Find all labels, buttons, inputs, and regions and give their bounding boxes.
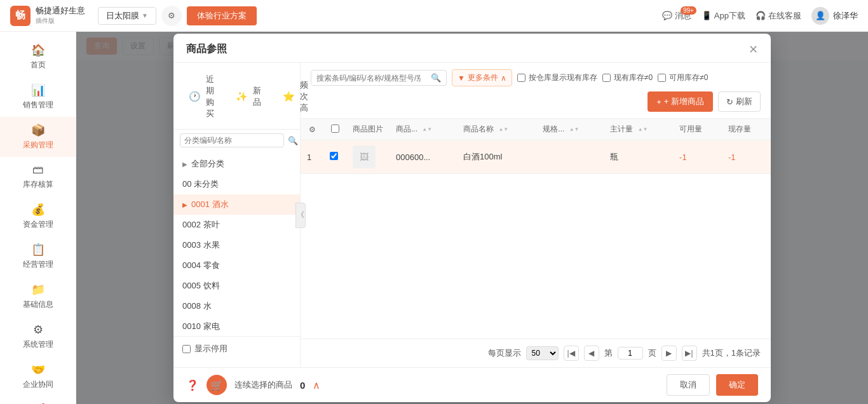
available-nonzero-filter[interactable]: 可用库存≠0 xyxy=(658,72,708,83)
logo-icon: 畅 xyxy=(10,6,31,26)
stock-nonzero-filter[interactable]: 现有库存≠0 xyxy=(602,72,653,83)
user-name: 徐泽华 xyxy=(833,10,858,22)
gear-settings-button[interactable]: ⚙ xyxy=(161,6,182,26)
warehouse-stock-checkbox[interactable] xyxy=(517,74,526,82)
search-submit-icon[interactable]: 🔍 xyxy=(426,71,446,85)
row-available: -1 xyxy=(673,140,722,174)
sidebar-item-新手引导[interactable]: 🚀新手引导 xyxy=(0,396,76,404)
cart-icon: 🛒 xyxy=(207,375,227,395)
quick-item-近期购买[interactable]: 🕐近期购买 xyxy=(180,69,223,124)
add-product-button[interactable]: + + 新增商品 xyxy=(648,91,713,112)
row-stock: -1 xyxy=(722,140,771,174)
sidebar-item-库存核算[interactable]: 🗃库存核算 xyxy=(0,157,76,196)
sidebar-item-经营管理[interactable]: 📋经营管理 xyxy=(0,236,76,276)
tenant-selector[interactable]: 日太阳膜 ▼ xyxy=(98,7,156,25)
sidebar-item-企业协同[interactable]: 🤝企业协同 xyxy=(0,356,76,396)
row-image: 🖼 xyxy=(346,140,390,174)
phone-icon: 📱 xyxy=(702,11,712,20)
online-service-button[interactable]: 🎧 在线客服 xyxy=(756,10,801,22)
th-available[interactable]: 可用量 xyxy=(673,119,722,140)
page-label: 第 xyxy=(604,347,613,359)
table-row[interactable]: 1 🖼 000600... 白酒100ml xyxy=(301,140,771,174)
online-service-label: 在线客服 xyxy=(768,10,801,22)
refresh-button[interactable]: ↻ 刷新 xyxy=(718,91,761,112)
quick-item-新品[interactable]: ✨新品 xyxy=(227,81,270,112)
next-page-button[interactable]: ▶ xyxy=(661,346,677,361)
per-page-select[interactable]: 50 100 200 xyxy=(526,346,559,360)
th-code[interactable]: 商品... ▲▼ xyxy=(390,119,457,140)
filter-arrow: ∧ xyxy=(501,74,506,83)
show-disabled-label[interactable]: 显示停用 xyxy=(182,343,291,354)
row-name: 白酒100ml xyxy=(457,140,536,174)
left-panel-top: 🕐近期购买✨新品⭐频次高 xyxy=(173,69,300,130)
warehouse-stock-filter[interactable]: 按仓库显示现有库存 xyxy=(517,72,597,83)
show-disabled-checkbox[interactable] xyxy=(182,345,191,353)
sidebar-item-资金管理[interactable]: 💰资金管理 xyxy=(0,196,76,236)
collapse-arrow-icon[interactable]: ∧ xyxy=(313,379,320,391)
messages-button[interactable]: 💬 消息 99+ xyxy=(662,10,691,22)
th-spec[interactable]: 规格... ▲▼ xyxy=(536,119,604,140)
select-all-checkbox[interactable] xyxy=(331,125,339,133)
th-image: 商品图片 xyxy=(346,119,390,140)
row-checkbox[interactable] xyxy=(323,140,346,174)
th-stock[interactable]: 现存量 xyxy=(722,119,771,140)
help-icon[interactable]: ❓ xyxy=(186,379,199,391)
modal-title: 商品参照 xyxy=(186,43,227,56)
more-filter-button[interactable]: ▼ 更多条件 ∧ xyxy=(452,69,512,86)
confirm-button[interactable]: 确定 xyxy=(716,374,758,396)
category-item[interactable]: 0002 茶叶 xyxy=(173,215,300,235)
th-select-all[interactable] xyxy=(323,119,346,140)
sidebar-item-采购管理[interactable]: 📦采购管理 xyxy=(0,117,76,157)
category-item[interactable]: 00 未分类 xyxy=(173,174,300,194)
right-panel: 🔍 ▼ 更多条件 ∧ 按仓库显示现有库存 xyxy=(301,63,771,367)
refresh-icon: ↻ xyxy=(726,97,733,107)
category-item[interactable]: 0003 水果 xyxy=(173,235,300,255)
category-item[interactable]: 0008 水 xyxy=(173,296,300,316)
sidebar-item-首页[interactable]: 🏠首页 xyxy=(0,37,76,77)
category-search-input[interactable] xyxy=(180,133,284,147)
logo-sub: 插件版 xyxy=(36,17,85,25)
message-icon: 💬 xyxy=(662,11,672,20)
app-download-button[interactable]: 📱 App下载 xyxy=(702,10,745,22)
category-item[interactable]: 0005 饮料 xyxy=(173,276,300,296)
last-page-button[interactable]: ▶| xyxy=(682,346,697,361)
th-unit[interactable]: 主计量 ▲▼ xyxy=(604,119,673,140)
category-item[interactable]: 0010 家电 xyxy=(173,316,300,336)
row-select-checkbox[interactable] xyxy=(330,152,338,160)
right-toolbar: 🔍 ▼ 更多条件 ∧ 按仓库显示现有库存 xyxy=(301,63,771,119)
product-table-container: ⚙ 商品图片 商品... xyxy=(301,119,771,339)
th-name[interactable]: 商品名称 ▲▼ xyxy=(457,119,536,140)
row-num: 1 xyxy=(301,140,323,174)
available-nonzero-checkbox[interactable] xyxy=(658,74,666,82)
collapse-toggle[interactable]: 《 xyxy=(295,203,306,228)
first-page-button[interactable]: |◀ xyxy=(564,346,579,361)
experience-button[interactable]: 体验行业方案 xyxy=(187,6,257,25)
page-number-input[interactable] xyxy=(618,347,643,360)
category-item[interactable]: ▶0001 酒水 xyxy=(173,194,300,215)
category-item[interactable]: 0004 零食 xyxy=(173,255,300,276)
app-download-label: App下载 xyxy=(714,10,745,22)
sidebar-item-系统管理[interactable]: ⚙系统管理 xyxy=(0,316,76,356)
continuous-label: 连续选择的商品 xyxy=(234,379,292,391)
category-item[interactable]: ▶全部分类 xyxy=(173,154,300,174)
sidebar-item-基础信息[interactable]: 📁基础信息 xyxy=(0,276,76,316)
user-area[interactable]: 👤 徐泽华 xyxy=(811,7,858,25)
prev-page-button[interactable]: ◀ xyxy=(584,346,599,361)
cancel-button[interactable]: 取消 xyxy=(667,374,710,396)
search-icon[interactable]: 🔍 xyxy=(288,136,298,145)
close-button[interactable]: ✕ xyxy=(749,44,758,55)
stock-nonzero-checkbox[interactable] xyxy=(602,74,611,82)
available-nonzero-label: 可用库存≠0 xyxy=(669,72,708,83)
tenant-name: 日太阳膜 xyxy=(106,10,139,22)
category-search: 🔍 xyxy=(173,130,300,151)
category-list: ▶全部分类00 未分类▶0001 酒水0002 茶叶0003 水果0004 零食… xyxy=(173,151,300,336)
show-disabled-text: 显示停用 xyxy=(194,343,227,354)
plus-icon: + xyxy=(656,97,661,107)
sidebar-item-销售管理[interactable]: 📊销售管理 xyxy=(0,77,76,117)
product-search-input[interactable] xyxy=(311,71,426,85)
continuous-count: 0 xyxy=(300,380,305,391)
th-settings[interactable]: ⚙ xyxy=(301,119,323,140)
product-table: ⚙ 商品图片 商品... xyxy=(301,119,771,174)
toolbar-right: + + 新增商品 ↻ 刷新 xyxy=(648,91,761,112)
table-header: ⚙ 商品图片 商品... xyxy=(301,119,771,140)
